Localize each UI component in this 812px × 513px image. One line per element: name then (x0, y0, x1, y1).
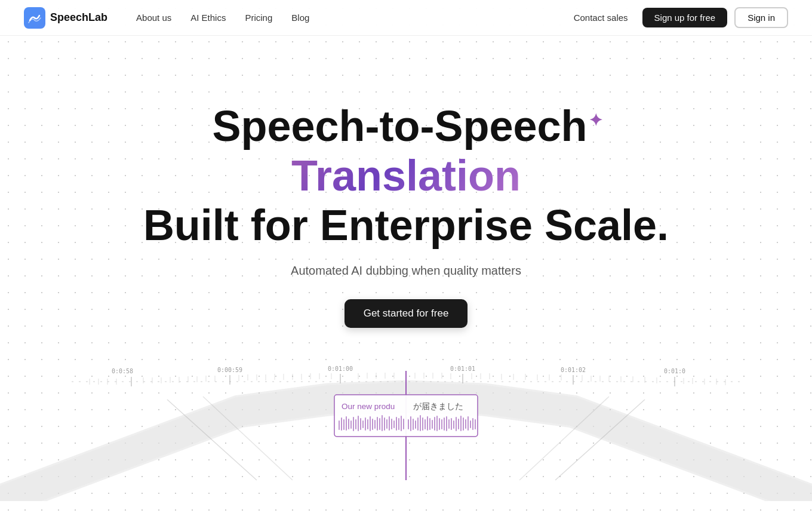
svg-rect-127 (465, 419, 466, 429)
svg-rect-116 (439, 418, 440, 430)
svg-rect-80 (350, 420, 352, 429)
svg-rect-99 (396, 417, 397, 431)
svg-rect-126 (463, 417, 464, 431)
svg-text:0:01:01: 0:01:01 (450, 365, 475, 372)
logo-text: SpeechLab (50, 11, 107, 24)
svg-rect-110 (425, 419, 426, 429)
timeline-section: 0:0:58 0:00:59 0:01:00 0:01:01 0:01:02 0… (0, 364, 812, 501)
svg-rect-95 (386, 419, 387, 429)
svg-rect-115 (436, 416, 438, 431)
svg-rect-125 (460, 416, 462, 431)
svg-rect-84 (360, 418, 361, 430)
svg-rect-81 (353, 417, 354, 431)
svg-rect-92 (379, 418, 380, 430)
svg-rect-88 (370, 416, 371, 431)
svg-rect-117 (441, 419, 442, 429)
navbar: SpeechLab About us AI Ethics Pricing Blo… (0, 0, 812, 36)
hero-section: Speech-to-Speech✦Translation Built for E… (0, 36, 812, 513)
nav-left: SpeechLab About us AI Ethics Pricing Blo… (24, 7, 316, 29)
svg-rect-94 (384, 417, 385, 431)
svg-rect-91 (377, 417, 378, 431)
logo-icon (24, 7, 45, 29)
svg-rect-106 (415, 420, 416, 429)
svg-rect-93 (382, 415, 383, 431)
svg-rect-78 (346, 416, 347, 431)
svg-rect-87 (367, 419, 368, 429)
svg-rect-121 (451, 418, 452, 430)
svg-rect-105 (413, 419, 414, 430)
nav-right: Contact sales Sign up for free Sign in (567, 7, 788, 28)
svg-rect-90 (374, 420, 376, 429)
svg-rect-102 (403, 419, 404, 429)
svg-rect-82 (355, 419, 356, 429)
hero-subtitle: Automated AI dubbing when quality matter… (291, 264, 521, 278)
svg-text:0:01:02: 0:01:02 (561, 367, 586, 373)
svg-rect-104 (410, 416, 411, 431)
contact-sales-button[interactable]: Contact sales (567, 9, 635, 26)
svg-rect-76 (341, 417, 342, 431)
logo[interactable]: SpeechLab (24, 7, 107, 29)
svg-rect-131 (475, 419, 476, 429)
nav-ai-ethics[interactable]: AI Ethics (183, 9, 233, 26)
svg-rect-107 (417, 417, 419, 431)
svg-text:が届きました: が届きました (413, 402, 463, 411)
svg-rect-75 (339, 420, 340, 430)
svg-rect-77 (343, 419, 345, 430)
hero-title: Speech-to-Speech✦Translation Built for E… (137, 102, 675, 250)
sign-in-button[interactable]: Sign in (734, 7, 788, 28)
get-started-button[interactable]: Get started for free (345, 299, 468, 328)
hero-title-part1: Speech-to-Speech (212, 102, 587, 150)
nav-links: About us AI Ethics Pricing Blog (129, 9, 316, 26)
svg-rect-97 (391, 419, 392, 429)
svg-rect-120 (448, 419, 450, 429)
svg-rect-89 (372, 419, 373, 430)
svg-rect-85 (362, 420, 364, 428)
svg-rect-118 (444, 417, 445, 431)
svg-rect-123 (456, 417, 457, 431)
timeline-wrapper: 0:0:58 0:00:59 0:01:00 0:01:01 0:01:02 0… (0, 364, 812, 501)
sign-up-button[interactable]: Sign up for free (642, 8, 728, 27)
svg-rect-112 (429, 418, 430, 430)
nav-pricing[interactable]: Pricing (238, 9, 279, 26)
nav-about-us[interactable]: About us (129, 9, 179, 26)
svg-rect-96 (389, 416, 390, 431)
svg-text:0:0:58: 0:0:58 (112, 368, 133, 374)
svg-rect-122 (453, 420, 454, 429)
hero-title-part3: Built for Enterprise Scale. (137, 201, 675, 250)
svg-rect-86 (365, 417, 366, 431)
svg-text:0:01:00: 0:01:00 (328, 365, 353, 372)
track-svg: 0:0:58 0:00:59 0:01:00 0:01:01 0:01:02 0… (0, 364, 812, 501)
svg-rect-111 (427, 416, 428, 431)
svg-rect-128 (467, 416, 469, 431)
svg-rect-124 (458, 419, 459, 429)
nav-blog[interactable]: Blog (284, 9, 316, 26)
svg-rect-101 (401, 416, 402, 431)
svg-text:0:00:59: 0:00:59 (217, 367, 242, 373)
sparkle-icon: ✦ (589, 111, 602, 130)
svg-rect-130 (472, 418, 473, 430)
svg-text:0:01:0: 0:01:0 (664, 368, 685, 374)
svg-rect-129 (470, 420, 471, 428)
svg-rect-108 (420, 415, 421, 431)
svg-rect-83 (358, 416, 359, 431)
svg-text:Our new produ: Our new produ (342, 402, 395, 411)
svg-rect-79 (348, 419, 349, 429)
svg-rect-119 (446, 416, 447, 431)
svg-rect-98 (393, 420, 395, 428)
hero-title-part2: Translation (291, 152, 521, 199)
svg-rect-109 (422, 417, 423, 431)
svg-rect-100 (398, 418, 399, 430)
svg-rect-113 (432, 420, 433, 429)
svg-rect-103 (408, 419, 409, 429)
svg-rect-114 (434, 417, 435, 431)
